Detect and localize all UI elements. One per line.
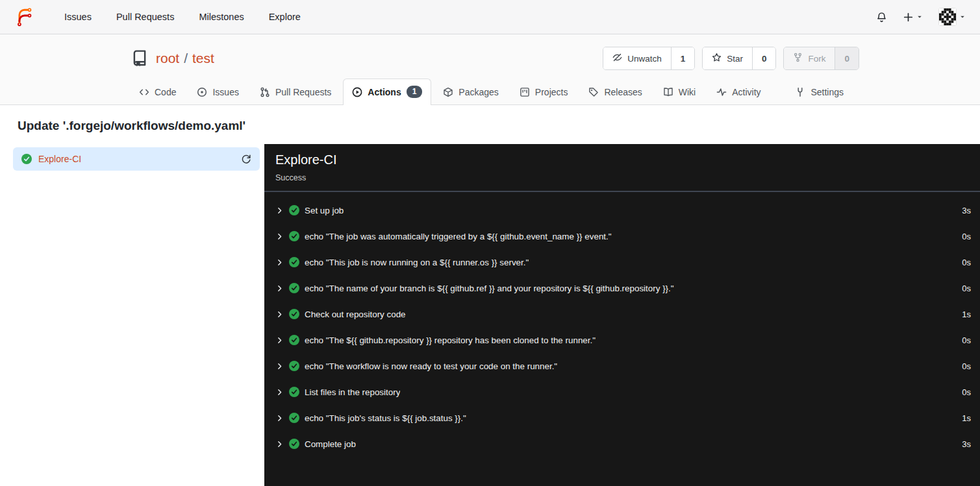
forgejo-logo-icon[interactable] <box>14 7 34 27</box>
notifications-bell-icon[interactable] <box>876 12 887 23</box>
step-duration: 0s <box>962 335 971 345</box>
tab-icon <box>588 87 599 97</box>
tab-icon <box>197 87 207 97</box>
create-new-dropdown[interactable] <box>903 12 923 23</box>
tab-label: Releases <box>604 87 642 97</box>
step-success-check-icon <box>289 413 299 423</box>
avatar <box>938 8 957 26</box>
step-success-check-icon <box>289 309 299 319</box>
repo-action-label: Star <box>727 54 743 64</box>
repo-header: root / test Unwatch 1 Star <box>0 34 980 105</box>
repo-action-count[interactable]: 0 <box>835 47 859 69</box>
tab-label: Code <box>155 87 176 97</box>
top-navbar: IssuesPull RequestsMilestonesExplore <box>0 0 980 34</box>
step-success-check-icon <box>289 283 299 293</box>
tab-icon <box>139 87 149 97</box>
topnav-link[interactable]: Explore <box>257 12 313 22</box>
tab-icon <box>260 87 270 97</box>
rerun-job-icon[interactable] <box>241 154 251 164</box>
chevron-right-icon <box>275 284 284 293</box>
repo-tab[interactable]: Projects <box>510 80 577 104</box>
chevron-right-icon <box>275 310 284 319</box>
repo-tab[interactable]: Releases <box>579 80 651 104</box>
step-duration: 3s <box>962 439 971 449</box>
job-step-row[interactable]: Set up job 3s <box>264 197 980 223</box>
topnav-link[interactable]: Pull Requests <box>104 12 186 22</box>
repo-title-row: root / test Unwatch 1 Star <box>0 42 980 75</box>
step-label: List files in the repository <box>305 387 400 397</box>
tab-icon <box>352 87 362 97</box>
chevron-right-icon <box>275 440 284 448</box>
repo-tab[interactable]: Issues <box>188 80 247 104</box>
tab-label: Projects <box>535 87 568 97</box>
step-label: echo "The ${{ github.repository }} repos… <box>305 335 596 345</box>
job-list-item[interactable]: Explore-CI <box>13 147 260 171</box>
job-status-text: Success <box>275 173 969 182</box>
job-step-row[interactable]: echo "The job was automatically triggere… <box>264 223 980 249</box>
repo-action-button[interactable]: Star <box>703 47 752 69</box>
repo-action-buttons: Unwatch 1 Star 0 Fork <box>603 47 859 70</box>
step-label: Check out repository code <box>305 310 406 319</box>
chevron-right-icon <box>275 388 284 396</box>
repo-action-icon <box>793 53 803 64</box>
repo-action-button[interactable]: Unwatch <box>603 47 671 69</box>
step-label: Complete job <box>305 439 356 449</box>
repo-tabbar: Code Issues Pull Requests Actions 1 P <box>0 75 980 105</box>
tab-label: Pull Requests <box>275 87 331 97</box>
step-success-check-icon <box>289 205 299 215</box>
tab-icon <box>716 87 727 97</box>
repo-tab[interactable]: Actions 1 <box>343 79 431 105</box>
repo-tab[interactable]: Activity <box>707 80 770 104</box>
step-duration: 3s <box>962 206 971 215</box>
repo-tab[interactable]: Pull Requests <box>251 80 340 104</box>
workflow-run-title: Update '.forgejo/workflows/demo.yaml' <box>0 105 980 144</box>
step-label: echo "The workflow is now ready to test … <box>305 361 557 371</box>
job-step-row[interactable]: echo "This job's status is ${{ job.statu… <box>264 405 980 431</box>
topnav-link[interactable]: Milestones <box>186 12 256 22</box>
chevron-right-icon <box>275 362 284 371</box>
job-step-row[interactable]: Check out repository code 1s <box>264 301 980 327</box>
topnav-links: IssuesPull RequestsMilestonesExplore <box>52 12 313 22</box>
tab-icon <box>795 87 805 97</box>
repo-tab[interactable]: Wiki <box>654 80 705 104</box>
repo-action-button[interactable]: Fork <box>784 47 835 69</box>
tab-icon <box>520 87 530 97</box>
job-step-row[interactable]: echo "The workflow is now ready to test … <box>264 353 980 379</box>
tab-icon <box>443 87 453 97</box>
repo-tab[interactable]: Settings <box>786 80 853 104</box>
tab-label: Actions <box>368 87 401 97</box>
topnav-link[interactable]: Issues <box>52 12 104 22</box>
repo-tab[interactable]: Packages <box>434 80 507 104</box>
tab-icon <box>663 87 673 97</box>
job-step-row[interactable]: Complete job 3s <box>264 431 980 457</box>
tab-label: Settings <box>810 87 844 97</box>
chevron-right-icon <box>275 258 284 267</box>
user-menu-dropdown[interactable] <box>938 8 966 26</box>
step-duration: 0s <box>962 361 971 371</box>
repo-book-icon <box>131 50 148 67</box>
chevron-down-icon <box>916 14 923 20</box>
repo-name-link[interactable]: test <box>192 51 214 66</box>
repo-action-count[interactable]: 0 <box>752 47 776 69</box>
chevron-down-icon <box>959 14 966 20</box>
step-duration: 0s <box>962 258 971 267</box>
topnav-right <box>876 8 966 26</box>
job-step-row[interactable]: echo "The ${{ github.repository }} repos… <box>264 327 980 353</box>
job-step-row[interactable]: List files in the repository 0s <box>264 379 980 405</box>
step-success-check-icon <box>289 439 299 449</box>
job-step-row[interactable]: echo "This job is now running on a ${{ r… <box>264 249 980 275</box>
job-step-row[interactable]: echo "The name of your branch is ${{ git… <box>264 275 980 301</box>
tab-label: Issues <box>212 87 238 97</box>
job-name: Explore-CI <box>38 154 81 164</box>
run-main: Explore-CI Explore-CI Success Set up job… <box>0 144 980 486</box>
tab-label: Activity <box>732 87 760 97</box>
repo-action-icon <box>612 53 622 64</box>
repo-tab[interactable]: Code <box>130 80 185 104</box>
repo-action-icon <box>712 53 722 64</box>
chevron-right-icon <box>275 414 284 422</box>
step-label: echo "The name of your branch is ${{ git… <box>305 284 674 293</box>
step-success-check-icon <box>289 335 299 345</box>
repo-owner-link[interactable]: root <box>156 51 179 66</box>
repo-action-count[interactable]: 1 <box>671 47 695 69</box>
step-duration: 1s <box>962 413 971 423</box>
